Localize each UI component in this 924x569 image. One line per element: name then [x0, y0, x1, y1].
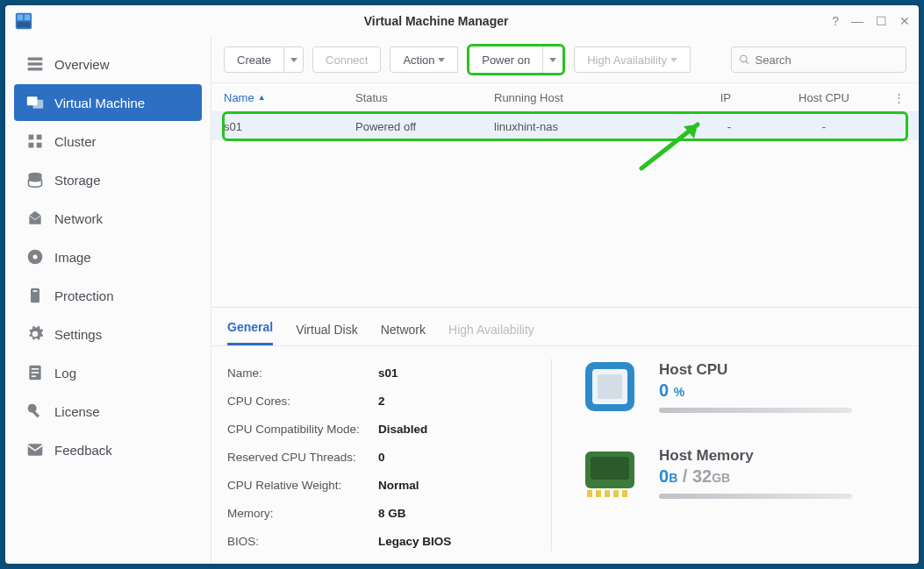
cell-ip: - [626, 120, 757, 133]
sidebar-item-label: Feedback [54, 443, 112, 458]
sort-asc-icon: ▲ [258, 93, 266, 102]
search-box[interactable] [731, 46, 906, 73]
svg-point-15 [33, 255, 38, 260]
prop-label-cores: CPU Cores: [227, 395, 378, 408]
col-header-ip[interactable]: IP [626, 91, 757, 104]
stat-cpu-bar [659, 408, 852, 413]
stat-mem-bar [659, 494, 852, 499]
svg-rect-34 [587, 490, 592, 497]
svg-rect-38 [622, 490, 627, 497]
sidebar-item-network[interactable]: Network [14, 200, 202, 237]
tab-network[interactable]: Network [381, 323, 426, 345]
power-on-button[interactable]: Power on [469, 46, 543, 73]
sidebar-item-cluster[interactable]: Cluster [14, 123, 202, 160]
tab-ha[interactable]: High Availability [448, 323, 534, 345]
search-icon [739, 53, 750, 66]
search-input[interactable] [756, 53, 899, 67]
stat-mem-total-unit: GB [712, 471, 730, 485]
svg-rect-12 [37, 143, 42, 148]
table-row[interactable]: s01 Powered off linuxhint-nas - - [211, 112, 919, 140]
sidebar-item-log[interactable]: Log [14, 354, 202, 391]
svg-rect-37 [613, 490, 619, 497]
stat-mem-used: 0 [659, 466, 669, 486]
cell-name: s01 [224, 120, 355, 133]
prop-value-resv: 0 [378, 451, 385, 464]
sidebar-item-label: Network [54, 211, 103, 226]
col-header-menu-icon[interactable]: ⋮ [891, 91, 906, 104]
tab-virtual-disk[interactable]: Virtual Disk [296, 323, 358, 345]
svg-rect-9 [29, 135, 34, 140]
sidebar-item-label: Cluster [54, 134, 97, 149]
svg-rect-16 [31, 288, 39, 303]
stat-cpu-value: 0 [659, 381, 669, 400]
prop-value-bios: Legacy BIOS [378, 535, 451, 548]
svg-rect-5 [28, 62, 43, 65]
sidebar-item-feedback[interactable]: Feedback [14, 431, 202, 468]
svg-rect-4 [28, 58, 43, 60]
svg-rect-19 [32, 368, 39, 370]
cpu-icon [582, 359, 638, 415]
svg-rect-3 [18, 22, 31, 27]
prop-label-rhost: Running Host: [227, 563, 378, 565]
col-header-cpu[interactable]: Host CPU [757, 91, 891, 104]
prop-value-mem: 8 GB [378, 507, 406, 520]
cell-cpu: - [757, 120, 891, 133]
sidebar-item-label: Settings [54, 327, 102, 342]
sidebar-item-label: Protection [54, 288, 114, 303]
stat-mem-total: 32 [692, 466, 712, 486]
col-header-host[interactable]: Running Host [494, 91, 626, 104]
svg-rect-35 [596, 490, 601, 497]
sidebar-item-protection[interactable]: Protection [14, 277, 202, 314]
sidebar-item-storage[interactable]: Storage [14, 161, 202, 198]
cell-host: linuxhint-nas [494, 120, 626, 133]
power-on-dropdown[interactable] [543, 46, 562, 73]
svg-point-22 [28, 404, 37, 413]
sidebar-item-virtual-machine[interactable]: Virtual Machine [14, 84, 202, 121]
sidebar-item-label: Overview [54, 57, 110, 72]
prop-value-cores: 2 [378, 395, 385, 408]
tab-general[interactable]: General [227, 320, 273, 345]
sidebar-item-label: Storage [54, 173, 101, 188]
prop-label-resv: Reserved CPU Threads: [227, 451, 378, 464]
create-dropdown[interactable] [284, 46, 304, 73]
svg-rect-36 [605, 490, 610, 497]
window-title: Virtual Machine Manager [40, 14, 832, 28]
close-icon[interactable]: ✕ [899, 14, 910, 28]
ha-button[interactable]: High Availability [574, 46, 690, 73]
help-icon[interactable]: ? [832, 14, 839, 28]
sidebar-item-label: Image [54, 250, 91, 265]
memory-icon [582, 445, 638, 501]
sidebar-item-license[interactable]: License [14, 393, 202, 430]
sidebar-item-image[interactable]: Image [14, 238, 202, 275]
connect-button[interactable]: Connect [312, 46, 381, 73]
col-header-status[interactable]: Status [355, 91, 494, 104]
svg-rect-2 [25, 15, 30, 20]
prop-value-rhost: linuxhint-nas [378, 563, 452, 565]
minimize-icon[interactable]: — [851, 14, 863, 28]
action-button[interactable]: Action [390, 46, 458, 73]
svg-point-25 [741, 55, 747, 61]
stat-cpu-title: Host CPU [659, 361, 903, 379]
prop-label-mem: Memory: [227, 507, 378, 520]
sidebar-item-label: Log [54, 366, 76, 381]
sidebar-item-label: Virtual Machine [54, 96, 145, 110]
stat-mem-title: Host Memory [659, 447, 903, 465]
col-header-name[interactable]: Name▲ [224, 91, 355, 104]
prop-label-name: Name: [227, 366, 378, 380]
sidebar-item-overview[interactable]: Overview [14, 46, 202, 82]
svg-rect-1 [18, 15, 23, 20]
svg-rect-20 [32, 372, 39, 373]
prop-value-name: s01 [378, 366, 398, 380]
svg-rect-21 [32, 375, 36, 377]
svg-rect-33 [591, 457, 629, 480]
maximize-icon[interactable]: ☐ [876, 14, 887, 28]
svg-rect-8 [33, 100, 44, 109]
svg-line-26 [746, 61, 749, 64]
svg-rect-10 [37, 135, 42, 140]
sidebar-item-settings[interactable]: Settings [14, 316, 202, 352]
create-button[interactable]: Create [224, 46, 284, 73]
prop-label-weight: CPU Relative Weight: [227, 479, 378, 492]
prop-label-compat: CPU Compatibility Mode: [227, 423, 378, 436]
prop-value-compat: Disabled [378, 423, 427, 436]
svg-rect-17 [33, 290, 38, 292]
